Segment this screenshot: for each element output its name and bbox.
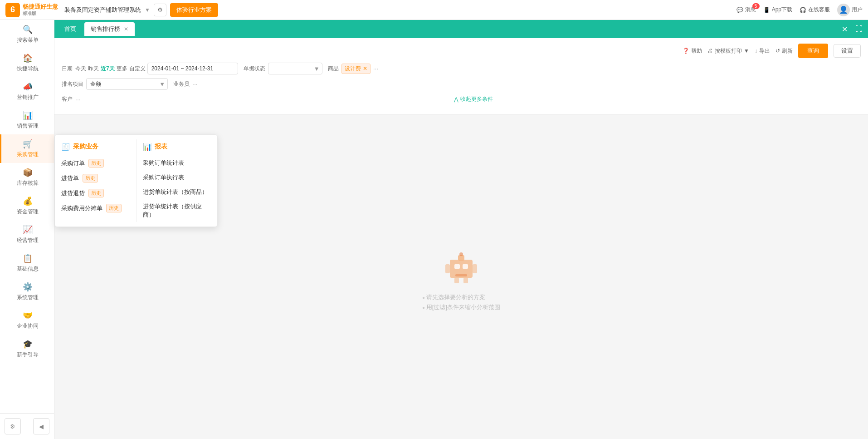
svg-rect-9 — [463, 278, 468, 283]
sidebar-bottom: ⚙ ◀ — [0, 413, 54, 439]
settings-button-filter[interactable]: 设置 — [834, 44, 861, 58]
date-range-input[interactable] — [147, 63, 238, 74]
sidebar-item-purchase[interactable]: 🛒 采购管理 — [0, 134, 54, 163]
purchase-menu-item[interactable]: 采购订单历史 — [59, 156, 132, 171]
report-col: 📊 报表 采购订单统计表采购订单执行表进货单统计表（按商品）进货单统计表（按供应… — [136, 139, 218, 222]
collapse-up-icon: ⋀ — [454, 96, 458, 103]
date-more-btn[interactable]: 更多 — [117, 65, 127, 73]
main-layout: 🔍 搜索菜单🏠 快捷导航📣 营销推广📊 销售管理🛒 采购管理📦 库存核算💰 资金… — [0, 20, 868, 439]
sidebar-item-operation[interactable]: 📈 经营管理 — [0, 220, 54, 249]
tab-close-sales-rank[interactable]: ✕ — [124, 26, 128, 32]
collapse-button[interactable]: ◀ — [33, 418, 49, 434]
date-yesterday-btn[interactable]: 昨天 — [88, 65, 99, 73]
logo-area: 6 畅捷通好生意 标准版 — [5, 3, 60, 17]
history-badge: 历史 — [83, 174, 98, 183]
history-badge: 历史 — [88, 189, 104, 197]
goods-tag-close[interactable]: ✕ — [363, 65, 367, 72]
sidebar-item-quick[interactable]: 🏠 快捷导航 — [0, 49, 54, 77]
report-menu-item[interactable]: 进货单统计表（按商品） — [141, 185, 213, 199]
print-button[interactable]: 🖨 按模板打印 ▼ — [707, 47, 749, 55]
sidebar-item-sales[interactable]: 📊 销售管理 — [0, 106, 54, 134]
svg-rect-2 — [463, 264, 468, 269]
status-select[interactable] — [268, 63, 322, 74]
top-right: 💬 消息 5 📱 App下载 🎧 在线客服 👤 用户 — [736, 4, 863, 16]
filter-row-3: 客户 ··· ⋀ 收起更多条件 — [62, 94, 861, 105]
maximize-window-button[interactable]: ⛶ — [853, 24, 864, 35]
purchase-menu-item[interactable]: 进货退货历史 — [59, 186, 132, 201]
sidebar-label-inventory: 库存核算 — [17, 179, 39, 187]
sidebar-label-search: 搜索菜单 — [17, 36, 39, 44]
history-badge: 历史 — [88, 159, 104, 168]
user-button[interactable]: 👤 用户 — [837, 4, 863, 16]
collapse-button-filters[interactable]: ⋀ 收起更多条件 — [452, 94, 495, 105]
purchase-item-label: 采购费用分摊单 — [61, 204, 102, 212]
tab-bar-right: ✕ ⛶ — [839, 24, 864, 35]
sys-title-dropdown-icon[interactable]: ▼ — [145, 7, 150, 13]
sidebar-item-system[interactable]: ⚙️ 系统管理 — [0, 277, 54, 306]
sidebar-item-marketing[interactable]: 📣 营销推广 — [0, 77, 54, 106]
svg-rect-3 — [455, 274, 467, 276]
logo-text-block: 畅捷通好生意 标准版 — [23, 3, 58, 17]
settings-button[interactable]: ⚙ — [5, 418, 21, 434]
query-button[interactable]: 查询 — [798, 44, 828, 58]
tab-home[interactable]: 首页 — [58, 22, 83, 36]
report-item-label: 采购订单执行表 — [143, 173, 184, 182]
sidebar-icon-basic: 📋 — [23, 253, 33, 263]
refresh-icon: ↺ — [775, 48, 780, 54]
online-service-button[interactable]: 🎧 在线客服 — [800, 6, 830, 14]
purchase-menu-item[interactable]: 进货单历史 — [59, 171, 132, 186]
app-download-button[interactable]: 📱 App下载 — [763, 6, 792, 14]
help-button[interactable]: ❓ 帮助 — [683, 47, 702, 55]
sidebar-icon-guide: 🎓 — [23, 339, 33, 349]
salesperson-more-btn[interactable]: ··· — [192, 80, 198, 88]
sidebar-item-inventory[interactable]: 📦 库存核算 — [0, 163, 54, 192]
rank-select[interactable]: 金额 — [86, 78, 168, 90]
sidebar-label-basic: 基础信息 — [17, 265, 39, 273]
goods-tag-value: 设计费 — [345, 65, 361, 73]
tab-label-home: 首页 — [64, 25, 76, 33]
report-menu-item[interactable]: 采购订单统计表 — [141, 156, 213, 170]
purchase-menu-item[interactable]: 采购费用分摊单历史 — [59, 201, 132, 216]
customer-more-btn[interactable]: ··· — [75, 96, 81, 103]
report-menu-item[interactable]: 采购订单执行表 — [141, 170, 213, 185]
logo-sub: 标准版 — [23, 10, 58, 16]
sidebar-item-basic[interactable]: 📋 基础信息 — [0, 249, 54, 277]
headset-icon: 🎧 — [800, 7, 806, 13]
sidebar-label-marketing: 营销推广 — [17, 94, 39, 101]
sidebar-item-search[interactable]: 🔍 搜索菜单 — [0, 20, 54, 49]
empty-hint-1: 请先选择要分析的方案 — [422, 292, 500, 302]
filter-toolbar: ❓ 帮助 🖨 按模板打印 ▼ ↓ 导出 ↺ 刷新 查询 设置 — [62, 44, 861, 58]
sidebar-item-guide[interactable]: 🎓 新手引导 — [0, 335, 54, 363]
date-today-btn[interactable]: 今天 — [75, 65, 86, 73]
close-window-button[interactable]: ✕ — [839, 24, 850, 35]
export-button[interactable]: ↓ 导出 — [755, 47, 770, 55]
sidebar-icon-purchase: 🛒 — [23, 139, 33, 149]
goods-filter: 商品 设计费 ✕ ··· — [328, 64, 379, 74]
refresh-button[interactable]: ↺ 刷新 — [775, 47, 793, 55]
print-icon: 🖨 — [707, 48, 713, 54]
sidebar-label-enterprise: 企业协同 — [17, 322, 39, 330]
report-col-header: 📊 报表 — [141, 139, 213, 156]
purchase-col: 🧾 采购业务 采购订单历史进货单历史进货退货历史采购费用分摊单历史 — [55, 139, 136, 222]
report-menu-item[interactable]: 进货单统计表（按供应商） — [141, 199, 213, 222]
tab-sales-rank[interactable]: 销售排行榜✕ — [84, 22, 135, 36]
message-button[interactable]: 💬 消息 5 — [736, 6, 756, 14]
svg-rect-8 — [454, 278, 459, 283]
sidebar-icon-system: ⚙️ — [23, 282, 33, 292]
empty-hint-2: 用[过滤]条件来缩小分析范围 — [422, 302, 500, 312]
report-item-label: 采购订单统计表 — [143, 159, 184, 167]
sidebar-icon-marketing: 📣 — [23, 82, 33, 92]
empty-robot-icon — [439, 242, 484, 287]
print-arrow-icon: ▼ — [744, 48, 749, 54]
date-7days-btn[interactable]: 近7天 — [101, 65, 115, 73]
gear-button[interactable]: ⚙ — [154, 4, 166, 16]
help-icon: ❓ — [683, 48, 689, 54]
sidebar-item-finance[interactable]: 💰 资金管理 — [0, 192, 54, 220]
purchase-header-icon: 🧾 — [61, 142, 70, 151]
message-icon: 💬 — [736, 7, 743, 13]
industry-button[interactable]: 体验行业方案 — [170, 3, 218, 17]
sidebar-item-enterprise[interactable]: 🤝 企业协同 — [0, 306, 54, 335]
goods-more-btn[interactable]: ··· — [373, 65, 379, 72]
date-custom-btn[interactable]: 自定义 — [129, 65, 146, 73]
phone-icon: 📱 — [763, 7, 770, 13]
